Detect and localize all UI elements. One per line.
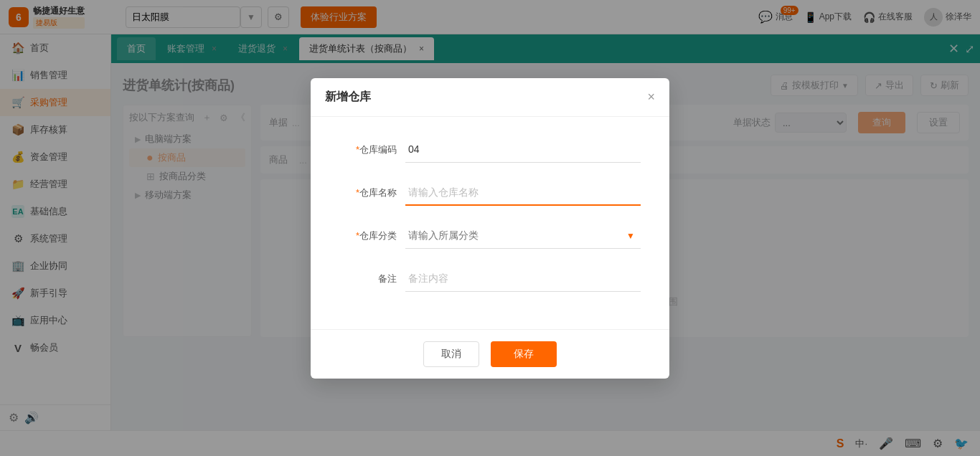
- notes-input[interactable]: [405, 266, 641, 292]
- warehouse-category-input[interactable]: [405, 223, 641, 249]
- save-button[interactable]: 保存: [491, 341, 557, 367]
- notes-label: 备注: [339, 272, 397, 285]
- warehouse-code-label: *仓库编码: [339, 143, 397, 156]
- modal-body: *仓库编码 *仓库名称: [311, 117, 669, 329]
- modal-close-button[interactable]: ×: [647, 90, 655, 105]
- modal-overlay: 新增仓库 × *仓库编码: [0, 34, 980, 430]
- main-area: 🏠 首页 📊 销售管理 🛒 采购管理 📦 库存核算 💰 资金管理 📁 经: [0, 34, 980, 430]
- warehouse-code-input[interactable]: [405, 137, 641, 163]
- app-container: 6 畅捷通好生意 捷易版 ▼ ⚙ 体验行业方案 💬 消息 99+: [0, 0, 980, 456]
- content-area: 首页 账套管理 × 进货退货 × 进货单统计表（按商品） × ✕ ⤢: [111, 34, 980, 430]
- warehouse-category-label: *仓库分类: [339, 229, 397, 242]
- new-warehouse-modal: 新增仓库 × *仓库编码: [311, 78, 669, 379]
- warehouse-name-label: *仓库名称: [339, 186, 397, 199]
- warehouse-name-row: *仓库名称: [339, 180, 641, 206]
- modal-title: 新增仓库: [325, 90, 371, 105]
- notes-row: 备注: [339, 266, 641, 292]
- warehouse-category-select-wrap: ▼: [405, 223, 641, 249]
- warehouse-name-input[interactable]: [405, 180, 641, 206]
- warehouse-category-row: *仓库分类 ▼: [339, 223, 641, 249]
- cancel-button[interactable]: 取消: [423, 341, 479, 367]
- modal-header: 新增仓库 ×: [311, 78, 669, 117]
- warehouse-code-row: *仓库编码: [339, 137, 641, 163]
- modal-footer: 取消 保存: [311, 329, 669, 379]
